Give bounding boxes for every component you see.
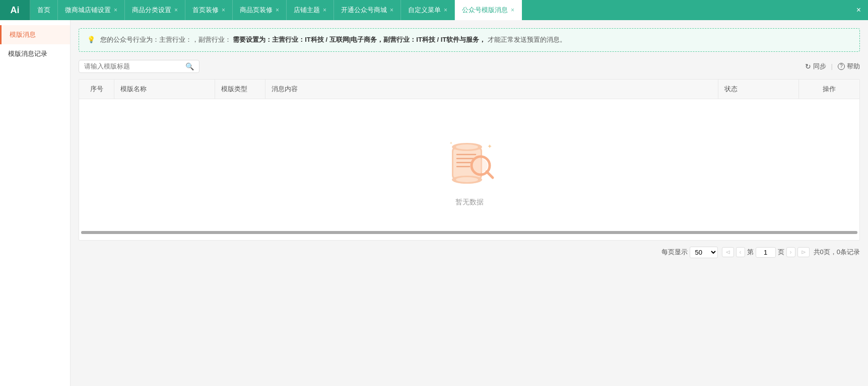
page-number-input[interactable]: [756, 247, 776, 258]
page-size-dropdown[interactable]: 10 20 50 100: [690, 247, 718, 258]
search-icon[interactable]: 🔍: [185, 62, 194, 70]
empty-text: 暂无数据: [455, 198, 484, 207]
svg-text:✦: ✦: [487, 143, 492, 150]
close-tab-product-decor[interactable]: ×: [276, 7, 279, 14]
search-bar: 🔍 ↻ 同步 | ? 帮助: [79, 60, 860, 73]
tab-template-msg[interactable]: 公众号模版消息 ×: [455, 0, 522, 20]
col-header-action: 操作: [799, 80, 859, 99]
close-tab-home-decor[interactable]: ×: [222, 7, 225, 14]
empty-illustration: ✦ ✦: [439, 129, 500, 190]
close-tab-shop-theme[interactable]: ×: [323, 7, 326, 14]
empty-state: ✦ ✦ 暂无数据: [79, 99, 859, 227]
tab-home-decor[interactable]: 首页装修 ×: [185, 0, 233, 20]
svg-point-12: [474, 159, 488, 173]
data-table: 序号 模版名称 模版类型 消息内容 状态 操作: [79, 79, 860, 241]
search-input-wrap: 🔍: [79, 60, 199, 73]
prev-page-button[interactable]: ‹: [736, 247, 745, 257]
tab-bar-close-btn[interactable]: ×: [849, 6, 868, 15]
tab-bar: Ai 首页 微商城店铺设置 × 商品分类设置 × 首页装修 × 商品页装修 × …: [0, 0, 868, 20]
notice-box: 💡 您的公众号行业为：主营行业：，副营行业： 需要设置为：主营行业：IT科技 /…: [79, 28, 860, 52]
sidebar: 模版消息 模版消息记录: [0, 20, 71, 386]
main-layout: 模版消息 模版消息记录 💡 您的公众号行业为：主营行业：，副营行业： 需要设置为…: [0, 20, 868, 386]
search-input[interactable]: [84, 62, 183, 70]
tab-open-mall[interactable]: 开通公众号商城 ×: [334, 0, 401, 20]
svg-point-8: [456, 144, 478, 149]
col-header-seq: 序号: [79, 80, 114, 99]
tab-shop-theme[interactable]: 店铺主题 ×: [287, 0, 334, 20]
close-tab-category[interactable]: ×: [174, 7, 178, 14]
sync-icon: ↻: [805, 62, 811, 70]
col-header-status: 状态: [718, 80, 799, 99]
sidebar-item-template-msg[interactable]: 模版消息: [0, 25, 70, 44]
tab-product-decor[interactable]: 商品页装修 ×: [233, 0, 287, 20]
svg-text:✦: ✦: [449, 141, 453, 145]
svg-point-10: [456, 177, 478, 182]
tab-custom-menu[interactable]: 自定义菜单 ×: [401, 0, 455, 20]
page-size-select: 每页显示 10 20 50 100: [661, 247, 718, 258]
tab-category[interactable]: 商品分类设置 ×: [125, 0, 185, 20]
table-scrollbar[interactable]: [79, 231, 859, 240]
col-header-name: 模版名称: [114, 80, 215, 99]
sync-button[interactable]: ↻ 同步: [805, 62, 826, 71]
close-tab-open-mall[interactable]: ×: [390, 7, 393, 14]
toolbar-right: ↻ 同步 | ? 帮助: [805, 62, 860, 71]
main-content: 💡 您的公众号行业为：主营行业：，副营行业： 需要设置为：主营行业：IT科技 /…: [71, 20, 868, 386]
bulb-icon: 💡: [87, 36, 95, 43]
close-tab-template-msg[interactable]: ×: [511, 7, 514, 14]
notice-highlight: 需要设置为：主营行业：IT科技 / 互联网|电子商务，副营行业：IT科技 / I…: [233, 36, 486, 43]
col-header-type: 模版类型: [215, 80, 265, 99]
pagination: 每页显示 10 20 50 100 ⊲ ‹ 第 页 › ⊳ 共0页，0条记录: [79, 247, 860, 258]
tab-micro-shop[interactable]: 微商城店铺设置 ×: [58, 0, 125, 20]
sidebar-item-template-record[interactable]: 模版消息记录: [0, 44, 70, 63]
table-header: 序号 模版名称 模版类型 消息内容 状态 操作: [79, 80, 859, 99]
help-button[interactable]: ? 帮助: [838, 62, 860, 71]
tab-home[interactable]: 首页: [30, 0, 58, 20]
help-icon: ?: [838, 63, 845, 70]
first-page-button[interactable]: ⊲: [722, 247, 734, 257]
total-info: 共0页，0条记录: [814, 248, 860, 257]
col-header-content: 消息内容: [265, 80, 718, 99]
close-tab-custom-menu[interactable]: ×: [444, 7, 447, 14]
last-page-button[interactable]: ⊳: [797, 247, 810, 257]
close-tab-micro-shop[interactable]: ×: [114, 7, 117, 14]
toolbar-divider: |: [831, 62, 833, 70]
page-nav: ⊲ ‹ 第 页 › ⊳: [722, 247, 810, 258]
logo-tab: Ai: [0, 0, 30, 20]
svg-line-13: [487, 172, 493, 178]
next-page-button[interactable]: ›: [786, 247, 795, 257]
